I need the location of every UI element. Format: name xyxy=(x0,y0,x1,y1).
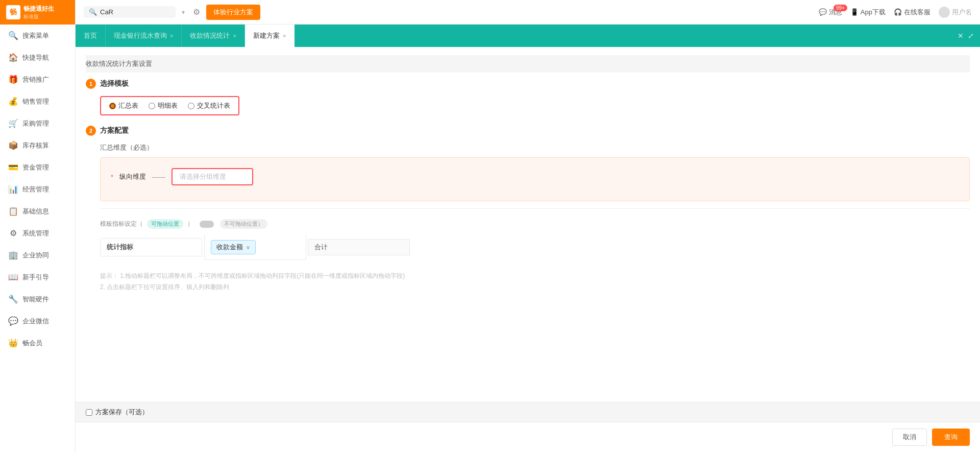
main-area: 🔍 ▾ ⚙ 体验行业方案 💬 消息 99+ 📱 App下载 🎧 在线客服 用户名 xyxy=(76,0,980,452)
wechat-icon: 💬 xyxy=(8,316,18,326)
sidebar-item-guide[interactable]: 📖 新手引导 xyxy=(0,266,75,288)
base-info-icon: 📋 xyxy=(8,206,18,216)
sidebar-item-inventory[interactable]: 📦 库存核算 xyxy=(0,134,75,156)
step1-label: 选择模板 xyxy=(100,79,129,88)
chevron-down-icon[interactable]: ▾ xyxy=(182,9,185,16)
search-icon: 🔍 xyxy=(89,8,97,16)
sidebar-item-operation[interactable]: 📊 经营管理 xyxy=(0,178,75,200)
step2-badge: 2 xyxy=(86,126,96,136)
sidebar-item-label: 基础信息 xyxy=(22,207,49,216)
breadcrumb: 收款情况统计方案设置 xyxy=(86,55,970,73)
template-options: 汇总表 明细表 交叉统计表 xyxy=(100,96,970,115)
search-input[interactable] xyxy=(100,8,161,16)
indicator-section: 模板指标设定（ 可拖动位置 ） 不可拖动位置） 统计指标 收款金额 ∨ xyxy=(100,219,970,260)
chip-dropdown-icon[interactable]: ∨ xyxy=(246,244,250,251)
radio-summary-label: 汇总表 xyxy=(118,101,138,110)
cancel-button[interactable]: 取消 xyxy=(892,429,927,446)
topbar-right: 💬 消息 99+ 📱 App下载 🎧 在线客服 用户名 xyxy=(819,7,972,18)
message-item[interactable]: 💬 消息 99+ xyxy=(819,8,842,17)
quick-nav-icon: 🏠 xyxy=(8,53,18,62)
save-label: 方案保存（可选） xyxy=(95,408,149,417)
radio-summary[interactable]: 汇总表 xyxy=(109,101,138,110)
hint-line-2: 2. 点击标题栏下拉可设置排序、插入列和删除列 xyxy=(100,282,970,293)
sidebar-item-label: 搜索菜单 xyxy=(22,31,49,40)
step1-header: 1 选择模板 xyxy=(86,79,970,89)
required-mark: * xyxy=(111,173,113,181)
sidebar-item-sales[interactable]: 💰 销售管理 xyxy=(0,90,75,112)
sidebar-item-search-menu[interactable]: 🔍 搜索菜单 xyxy=(0,25,75,46)
indicator-toggle xyxy=(200,221,214,228)
maximize-icon[interactable]: ⤢ xyxy=(968,32,974,40)
dimension-box: * 纵向维度 —— 请选择分组维度 xyxy=(100,157,970,201)
tab-bank-flow[interactable]: 现金银行流水查询 × xyxy=(106,25,182,47)
system-icon: ⚙ xyxy=(8,228,18,238)
search-menu-icon: 🔍 xyxy=(8,31,18,40)
sidebar-item-marketing[interactable]: 🎁 营销推广 xyxy=(0,68,75,90)
save-checkbox-input[interactable] xyxy=(86,409,92,416)
query-button[interactable]: 查询 xyxy=(932,429,970,446)
radio-detail[interactable]: 明细表 xyxy=(149,101,178,110)
topbar: 🔍 ▾ ⚙ 体验行业方案 💬 消息 99+ 📱 App下载 🎧 在线客服 用户名 xyxy=(76,0,980,25)
tab-receipt-stats-label: 收款情况统计 xyxy=(190,31,230,40)
sidebar-item-purchase[interactable]: 🛒 采购管理 xyxy=(0,112,75,134)
tab-receipt-stats[interactable]: 收款情况统计 × xyxy=(182,25,244,47)
sidebar-item-wechat[interactable]: 💬 企业微信 xyxy=(0,310,75,332)
sidebar-item-label: 系统管理 xyxy=(22,229,49,238)
logo-text-block: 畅捷通好生 标准版 xyxy=(23,5,54,20)
radio-cross-input[interactable] xyxy=(188,103,194,109)
gear-icon[interactable]: ⚙ xyxy=(193,7,200,17)
indicator-header-text: 模板指标设定（ xyxy=(100,220,143,228)
marketing-icon: 🎁 xyxy=(8,75,18,84)
sidebar-item-member[interactable]: 👑 畅会员 xyxy=(0,332,75,354)
chip-label: 收款金额 xyxy=(216,243,243,252)
receipt-amount-chip[interactable]: 收款金额 ∨ xyxy=(211,240,256,254)
sidebar-item-label: 快捷导航 xyxy=(22,53,49,62)
draggable-badge: 可拖动位置 xyxy=(147,219,183,229)
sidebar-item-finance[interactable]: 💳 资金管理 xyxy=(0,156,75,178)
sidebar-item-label: 畅会员 xyxy=(22,339,42,348)
step2-label: 方案配置 xyxy=(100,126,129,135)
topbar-search-box[interactable]: 🔍 xyxy=(84,6,176,18)
dimension-select[interactable]: 请选择分组维度 xyxy=(172,168,253,185)
sidebar-item-hardware[interactable]: 🔧 智能硬件 xyxy=(0,288,75,310)
radio-detail-input[interactable] xyxy=(149,103,155,109)
finance-icon: 💳 xyxy=(8,162,18,172)
sidebar-item-enterprise[interactable]: 🏢 企业协同 xyxy=(0,244,75,266)
tab-new-plan-close[interactable]: × xyxy=(283,33,286,39)
hint-text-2: 2. 点击标题栏下拉可设置排序、插入列和删除列 xyxy=(100,282,229,293)
tabbar: 首页 现金银行流水查询 × 收款情况统计 × 新建方案 × ✕ ⤢ xyxy=(76,25,980,47)
sidebar-item-quick-nav[interactable]: 🏠 快捷导航 xyxy=(0,46,75,68)
enterprise-icon: 🏢 xyxy=(8,250,18,260)
trial-button[interactable]: 体验行业方案 xyxy=(206,5,260,20)
service-item[interactable]: 🎧 在线客服 xyxy=(894,8,930,17)
sales-icon: 💰 xyxy=(8,97,18,106)
tab-receipt-stats-close[interactable]: × xyxy=(233,33,236,39)
tab-bank-flow-close[interactable]: × xyxy=(170,33,173,39)
download-item[interactable]: 📱 App下载 xyxy=(850,8,886,17)
operation-icon: 📊 xyxy=(8,184,18,194)
footer-buttons: 取消 查询 xyxy=(76,422,980,452)
sidebar-item-label: 经营管理 xyxy=(22,185,49,194)
radio-cross[interactable]: 交叉统计表 xyxy=(188,101,230,110)
sidebar-item-system[interactable]: ⚙ 系统管理 xyxy=(0,222,75,244)
purchase-icon: 🛒 xyxy=(8,118,18,128)
dimension-title: 汇总维度（必选） xyxy=(100,143,970,152)
tab-home-label: 首页 xyxy=(84,31,97,40)
tab-new-plan[interactable]: 新建方案 × xyxy=(245,25,295,47)
close-window-icon[interactable]: ✕ xyxy=(958,32,964,40)
sep-text: ） xyxy=(187,220,193,228)
total-row: 合计 xyxy=(308,239,410,255)
guide-icon: 📖 xyxy=(8,272,18,282)
step2-section: 2 方案配置 汇总维度（必选） * 纵向维度 —— 请选择分组维度 xyxy=(86,126,970,293)
save-checkbox[interactable]: 方案保存（可选） xyxy=(86,408,149,417)
sidebar-item-base-info[interactable]: 📋 基础信息 xyxy=(0,200,75,222)
sidebar-item-label: 库存核算 xyxy=(22,141,49,150)
tab-home[interactable]: 首页 xyxy=(76,25,106,47)
user-item[interactable]: 用户名 xyxy=(939,7,972,18)
step2-content: 汇总维度（必选） * 纵向维度 —— 请选择分组维度 xyxy=(100,143,970,293)
sidebar-item-label: 新手引导 xyxy=(22,273,49,282)
sidebar-logo: 畅 畅捷通好生 标准版 xyxy=(0,0,75,25)
tab-bank-flow-label: 现金银行流水查询 xyxy=(114,31,167,40)
hint-text-1: 提示： 1.拖动标题栏可以调整布局，不可跨维度或指标区域拖动列目字段(只能在同一… xyxy=(100,271,405,282)
radio-summary-input[interactable] xyxy=(109,103,116,109)
